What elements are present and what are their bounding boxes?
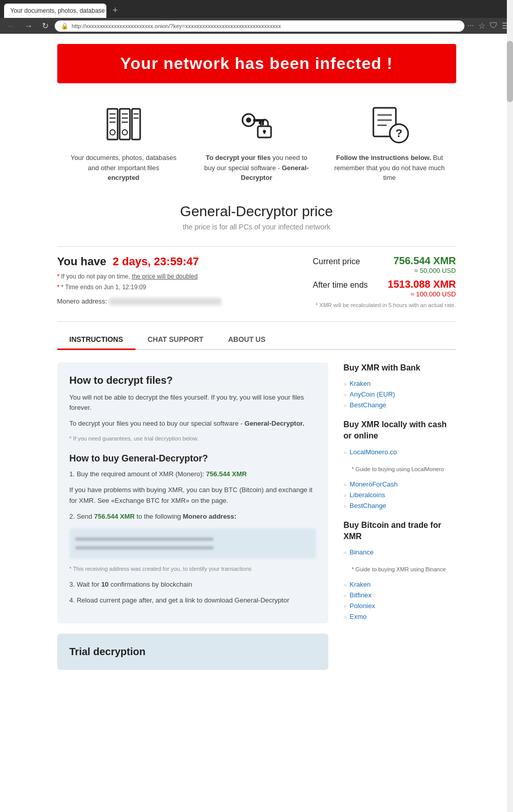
tab-instructions[interactable]: INSTRUCTIONS [57,330,136,350]
instructions-p3: * If you need guarantees, use trial decr… [70,434,316,444]
banner-text-red: infected [315,54,382,73]
forward-button[interactable]: → [21,20,36,32]
tab-bar: Your documents, photos, database × + [4,3,509,18]
link-poloniex: Poloniex [344,602,456,610]
instructions-title-1: How to decrypt files? [70,375,316,386]
icon-item-3: ? Follow the instructions below. But rem… [333,104,446,183]
price-section: General-Decryptor price the price is for… [57,203,456,231]
current-price-usd: ≈ 50,000 USD [393,267,456,274]
timer-display: You have 2 days, 23:59:47 [57,255,313,268]
tab-title: Your documents, photos, database [10,7,105,14]
link-exmo: Exmo [344,613,456,620]
link-kraken-1: Kraken [344,380,456,387]
after-price-amount: 1513.088 XMR [388,279,456,290]
instructions-step1: 1. Buy the required amount of XMR (Moner… [70,469,316,480]
link-kraken-2-anchor[interactable]: Kraken [350,581,371,588]
main-content: How to decrypt files? You will not be ab… [57,362,456,670]
instructions-p2: To decrypt your files you need to buy ou… [70,419,316,429]
right-links-2b: MoneroForCash Liberalcoins BestChange [344,480,456,509]
localmonero-guide-note: * Guide to buying using LocalMonero [352,466,456,472]
icon-item-1: Your documents, photos, databases and ot… [68,104,180,183]
tabs-container: INSTRUCTIONS CHAT SUPPORT ABOUT US [57,330,456,350]
lock-icon: 🔒 [61,22,69,30]
link-kraken-2: Kraken [344,581,456,588]
link-binance-anchor[interactable]: Binance [350,548,374,556]
after-price-row: After time ends 1513.088 XMR ≈ 100,000 U… [313,279,456,298]
svg-point-14 [246,118,251,123]
doubled-link[interactable]: the price will be doubled [132,273,198,280]
timer-price-row: You have 2 days, 23:59:47 * If you do no… [57,255,456,313]
timer-notes: * If you do not pay on time, the price w… [57,271,313,293]
new-tab-button[interactable]: + [108,3,122,18]
step1-amount: 756.544 XMR [206,470,247,478]
address-bar[interactable]: 🔒 http://xxxxxxxxxxxxxxxxxxxxxxxx.onion/… [55,20,464,32]
shield-icon[interactable]: 🛡 [489,21,498,31]
link-localmonero-anchor[interactable]: LocalMonero.co [350,448,397,456]
link-liberalcoins-anchor[interactable]: Liberalcoins [350,491,385,499]
price-subtitle: the price is for all PCs of your infecte… [57,223,456,231]
browser-chrome: Your documents, photos, database × + [0,0,513,18]
right-section-2-title: Buy XMR locally with cash or online [344,419,456,442]
price-right: Current price 756.544 XMR ≈ 50,000 USD A… [313,255,456,308]
right-links-3b: Kraken Bitfinex Poloniex Exmo [344,581,456,620]
url-text: http://xxxxxxxxxxxxxxxxxxxxxxxx.onion/?k… [72,23,458,29]
link-moneroforcash-anchor[interactable]: MoneroForCash [350,480,398,488]
instructions-step2: 2. Send 756.544 XMR to the following Mon… [70,512,316,522]
left-content: How to decrypt files? You will not be ab… [57,362,328,670]
svg-rect-16 [262,122,264,125]
icon-text-1: Your documents, photos, databases and ot… [68,153,180,183]
icon-item-2: To decrypt your files you need to buy ou… [200,104,313,183]
page-content: Your network has been infected ! [37,34,477,680]
timer-note-2: * * Time ends on Jun 1, 12:19:09 [57,282,313,293]
current-price-values: 756.544 XMR ≈ 50,000 USD [393,255,456,274]
instructions-p1: You will not be able to decrypt the file… [70,392,316,414]
after-price-values: 1513.088 XMR ≈ 100,000 USD [388,279,456,298]
monero-address-blurred: xxxxxxxxxxxxxxxxxxxxxxxxxxxxxxxxxxxxxxxx… [76,536,214,551]
step2-amount: 756.544 XMR [94,513,135,520]
menu-dots-icon[interactable]: ··· [467,21,474,31]
svg-point-8 [110,130,115,135]
link-kraken-1-anchor[interactable]: Kraken [350,380,371,387]
encrypted-files-icon [103,104,144,145]
right-links-1: Kraken AnyCoin (EUR) BestChange [344,380,456,409]
current-price-row: Current price 756.544 XMR ≈ 50,000 USD [313,255,456,274]
link-moneroforcash: MoneroForCash [344,480,456,488]
current-price-label: Current price [313,257,360,266]
icon-text-2: To decrypt your files you need to buy ou… [200,153,313,183]
nav-bar: ← → ↻ 🔒 http://xxxxxxxxxxxxxxxxxxxxxxxx.… [0,18,513,34]
right-section-3-title: Buy Bitcoin and trade for XMR [344,520,456,543]
banner-text-black: Your network has been [120,54,310,73]
link-anycoin-anchor[interactable]: AnyCoin (EUR) [350,390,395,398]
instructions-title-2: How to buy General-Decryptor? [70,453,316,464]
link-exmo-anchor[interactable]: Exmo [350,613,367,620]
scrollbar-thumb[interactable] [507,41,513,102]
link-bitfinex-anchor[interactable]: Bitfinex [350,591,372,599]
link-bestchange-2: BestChange [344,502,456,509]
link-bestchange-1-anchor[interactable]: BestChange [350,401,387,409]
timer-label: You have [57,255,106,268]
nav-icons: ··· ☆ 🛡 ☰ [467,21,509,31]
back-button[interactable]: ← [4,20,18,32]
tab-about-us[interactable]: ABOUT US [216,330,278,350]
refresh-button[interactable]: ↻ [39,20,52,32]
link-poloniex-anchor[interactable]: Poloniex [350,602,375,610]
link-anycoin: AnyCoin (EUR) [344,390,456,398]
address-blur-inline [109,298,221,305]
link-bestchange-2-anchor[interactable]: BestChange [350,502,387,509]
right-links-3: Binance [344,548,456,556]
monero-address-box: xxxxxxxxxxxxxxxxxxxxxxxxxxxxxxxxxxxxxxxx… [70,528,316,559]
divider-1 [57,246,456,247]
price-note: * XMR will be recalculated in 5 hours wi… [313,302,456,308]
star-icon[interactable]: ☆ [478,21,485,31]
tab-chat-support[interactable]: CHAT SUPPORT [136,330,216,350]
right-links-2: LocalMonero.co [344,448,456,456]
trial-title: Trial decryption [70,646,316,658]
svg-point-9 [122,130,127,135]
after-price-label: After time ends [313,281,368,290]
banner-title: Your network has been infected ! [68,54,446,73]
icon-text-3: Follow the instructions below. But remem… [333,153,446,183]
after-price-usd: ≈ 100,000 USD [388,290,456,298]
current-price-amount: 756.544 XMR [393,255,456,267]
scrollbar-track [507,0,513,812]
active-tab[interactable]: Your documents, photos, database × [4,4,106,18]
